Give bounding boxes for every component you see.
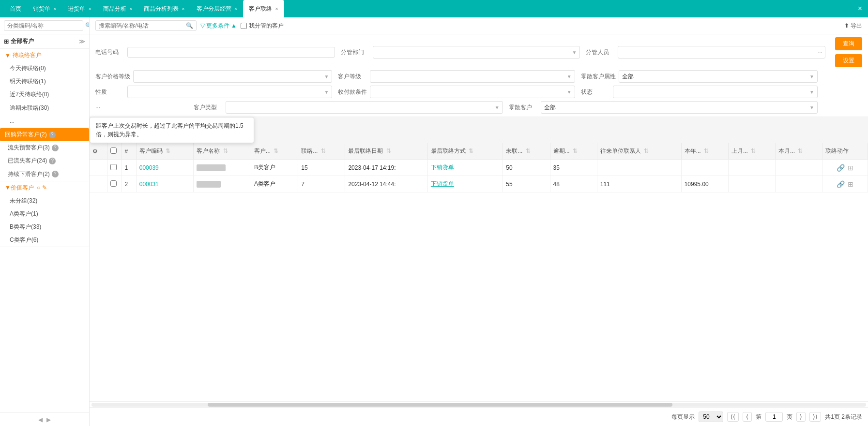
last-page-button[interactable]: ⟩⟩ xyxy=(809,412,821,422)
row2-last-method-link[interactable]: 下销货单 xyxy=(431,180,454,187)
col-settings[interactable]: ⚙ xyxy=(90,143,107,160)
tab-sales-order-close[interactable]: × xyxy=(53,6,56,12)
status-select[interactable]: ▼ xyxy=(613,86,818,98)
col-last-month[interactable]: 上月... ⇅ xyxy=(728,143,775,160)
sidebar-collapse-button[interactable]: ≫ xyxy=(79,38,85,45)
payment-select[interactable]: ▼ xyxy=(370,86,575,98)
rebuy-help-icon[interactable]: ? xyxy=(49,132,56,138)
sidebar-item-more[interactable]: ... xyxy=(2,115,89,128)
sidebar-item-today[interactable]: 今天待联络(0) xyxy=(2,62,89,75)
row1-grid-icon[interactable]: ⊞ xyxy=(848,164,853,172)
sidebar-item-overdue[interactable]: 逾期未联络(30) xyxy=(2,102,89,115)
row1-select-checkbox[interactable] xyxy=(110,164,117,170)
scroll-thumb[interactable] xyxy=(208,403,672,407)
next-page-button[interactable]: ⟩ xyxy=(796,412,806,422)
sidebar-item-ungrouped[interactable]: 未分组(32) xyxy=(2,194,89,207)
scatter-customer-arrow-icon: ▼ xyxy=(809,105,814,110)
customer-type-select[interactable]: ▼ xyxy=(226,101,503,114)
export-button[interactable]: ⬆ 导出 xyxy=(844,22,862,30)
sidebar-item-7days[interactable]: 近7天待联络(0) xyxy=(2,88,89,101)
value-group-title[interactable]: ▼ 价值客户 ○ ✎ xyxy=(0,181,89,194)
row2-last-method[interactable]: 下销货单 xyxy=(427,176,503,192)
sidebar-item-class-a[interactable]: A类客户(1) xyxy=(2,207,89,220)
scatter-customer-select[interactable]: 全部 ▼ xyxy=(541,101,818,114)
sidebar-next-icon[interactable]: ▶ xyxy=(46,416,51,423)
filter-search-icon[interactable]: 🔍 xyxy=(186,22,193,29)
sidebar-item-class-b[interactable]: B类客户(33) xyxy=(2,220,89,234)
keep-dropping-help-icon[interactable]: ? xyxy=(52,171,59,177)
col-contact-person[interactable]: 往来单位联系人 ⇅ xyxy=(597,143,681,160)
pending-contact-title[interactable]: ▼ 待联络客户 xyxy=(0,49,89,62)
already-lost-help-icon[interactable]: ? xyxy=(49,158,56,164)
sidebar-search-icon[interactable]: 🔍 xyxy=(85,22,90,29)
phone-input[interactable] xyxy=(127,47,335,58)
col-last-date[interactable]: 最后联络日期 ⇅ xyxy=(345,143,427,160)
row1-code[interactable]: 000039 xyxy=(136,160,194,176)
col-this-year-sort-icon: ⇅ xyxy=(704,147,709,154)
my-customers-check[interactable] xyxy=(241,23,247,29)
sidebar-item-lost-warning[interactable]: 流失预警客户(3) ? xyxy=(0,141,89,154)
sidebar-item-rebuy-abnormal[interactable]: 回购异常客户(2) ? xyxy=(0,128,89,141)
tab-customer-tier-close[interactable]: × xyxy=(234,6,237,12)
customer-level-select[interactable]: ▼ xyxy=(370,70,575,83)
horizontal-scrollbar[interactable] xyxy=(90,401,868,407)
scatter-attr-select[interactable]: 全部 ▼ xyxy=(619,70,818,83)
page-number-input[interactable] xyxy=(765,412,783,422)
value-group-circle-icon[interactable]: ○ xyxy=(37,184,40,191)
nature-select[interactable]: ▼ xyxy=(127,86,332,98)
first-page-button[interactable]: ⟨⟨ xyxy=(727,412,739,422)
sidebar-item-tomorrow[interactable]: 明天待联络(1) xyxy=(2,75,89,88)
row1-last-method-link[interactable]: 下销货单 xyxy=(431,164,454,171)
tab-product-analysis-list[interactable]: 商品分析列表 × xyxy=(138,0,190,17)
manager-select[interactable]: ··· xyxy=(618,46,825,59)
tab-product-analysis-list-close[interactable]: × xyxy=(182,6,184,12)
sidebar-prev-icon[interactable]: ◀ xyxy=(38,416,43,423)
row2-grid-icon[interactable]: ⊞ xyxy=(848,180,853,188)
col-this-year[interactable]: 本年... ⇅ xyxy=(681,143,728,160)
price-level-select[interactable]: ▼ xyxy=(133,70,332,83)
col-this-month[interactable]: 本月... ⇅ xyxy=(776,143,822,160)
tab-purchase-order-close[interactable]: × xyxy=(88,6,91,12)
tab-purchase-order[interactable]: 进货单 × xyxy=(62,0,97,17)
sidebar-item-class-c[interactable]: C类客户(6) xyxy=(2,234,89,247)
filter-more-icon[interactable]: ··· xyxy=(95,104,100,111)
value-group-edit-icon[interactable]: ✎ xyxy=(42,184,47,191)
prev-page-button[interactable]: ⟨ xyxy=(743,412,752,422)
row2-settings xyxy=(90,176,107,192)
row1-name xyxy=(194,160,251,176)
sidebar-search-input[interactable] xyxy=(4,20,83,31)
sidebar-item-already-lost[interactable]: 已流失客户(24) ? xyxy=(0,154,89,167)
per-page-select[interactable]: 50 100 200 xyxy=(699,411,723,422)
more-conditions-button[interactable]: ▽ 更多条件 ▲ xyxy=(200,22,237,30)
filter-row-3: 性质 ▼ 收付款条件 ▼ 状态 xyxy=(95,86,862,98)
col-contact-count[interactable]: 联络... ⇅ xyxy=(298,143,345,160)
tab-customer-contact-close[interactable]: × xyxy=(275,6,278,12)
window-close-button[interactable]: × xyxy=(858,4,862,13)
tab-customer-contact[interactable]: 客户联络 × xyxy=(243,0,284,17)
row1-link-icon[interactable]: 🔗 xyxy=(837,164,845,172)
row2-link-icon[interactable]: 🔗 xyxy=(837,180,845,188)
my-customers-checkbox[interactable]: 我分管的客户 xyxy=(241,22,284,30)
row2-code[interactable]: 000031 xyxy=(136,176,194,192)
col-last-method[interactable]: 最后联络方式 ⇅ xyxy=(427,143,503,160)
tab-product-analysis-close[interactable]: × xyxy=(129,6,132,12)
tab-product-analysis[interactable]: 商品分析 × xyxy=(97,0,138,17)
col-name[interactable]: 客户名称 ⇅ xyxy=(194,143,251,160)
sidebar-item-keep-dropping[interactable]: 持续下滑客户(2) ? xyxy=(0,168,89,181)
col-code[interactable]: 客户编码 ⇅ xyxy=(136,143,194,160)
tab-home[interactable]: 首页 xyxy=(4,0,27,17)
select-all-checkbox[interactable] xyxy=(110,147,117,154)
tab-sales-order[interactable]: 销货单 × xyxy=(27,0,62,17)
row2-select-checkbox[interactable] xyxy=(110,180,117,187)
row1-last-method[interactable]: 下销货单 xyxy=(427,160,503,176)
col-overdue[interactable]: 逾期... ⇅ xyxy=(550,143,597,160)
grid-icon: ⊞ xyxy=(4,38,9,45)
col-no-contact[interactable]: 未联... ⇅ xyxy=(503,143,550,160)
tab-customer-tier[interactable]: 客户分层经营 × xyxy=(191,0,243,17)
lost-warning-help-icon[interactable]: ? xyxy=(52,145,59,151)
filter-search-input[interactable] xyxy=(99,22,186,29)
settings-button[interactable]: 设置 xyxy=(835,54,862,67)
query-button[interactable]: 查询 xyxy=(835,37,862,50)
dept-select[interactable]: ▼ xyxy=(373,46,580,59)
col-level[interactable]: 客户... ⇅ xyxy=(251,143,298,160)
